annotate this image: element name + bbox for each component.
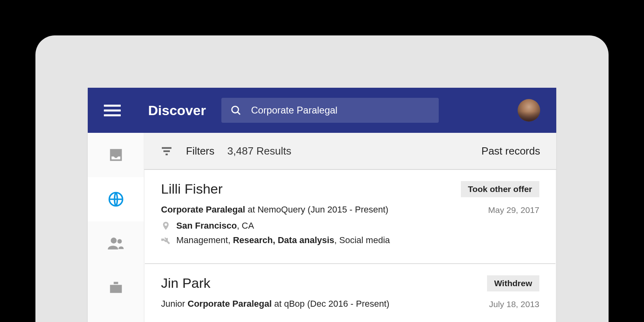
results-count: 3,487 Results [227,145,291,157]
svg-rect-5 [162,147,171,149]
status-badge: Took other offer [461,181,539,197]
filter-bar: Filters 3,487 Results Past records [144,133,556,170]
result-location: San Francisco, CA [161,221,539,231]
svg-rect-7 [165,154,167,155]
search-input[interactable] [251,105,430,116]
past-records-link[interactable]: Past records [481,145,540,157]
filters-button[interactable]: Filters [186,145,215,157]
sidebar [88,133,144,322]
svg-point-4 [117,239,122,244]
hamburger-menu-icon[interactable] [104,102,121,119]
main: Filters 3,487 Results Past records Lilli… [144,133,556,322]
result-date: July 18, 2013 [489,299,539,309]
avatar[interactable] [518,99,540,122]
sidebar-item-discover[interactable] [88,177,144,221]
status-badge: Withdrew [487,275,539,291]
page-title: Discover [148,103,206,118]
result-skills: Management, Research, Data analysis, Soc… [161,235,539,246]
search-icon [230,105,242,116]
result-card[interactable]: Lilli Fisher Took other offer Corporate … [145,170,555,264]
device-frame: Discover [35,35,609,322]
search-box[interactable] [221,98,439,123]
result-name: Lilli Fisher [161,181,223,197]
result-position: Corporate Paralegal at NemoQuery (Jun 20… [161,204,539,215]
filter-icon[interactable] [160,144,173,157]
svg-line-1 [237,112,240,115]
header: Discover [88,88,556,133]
screen: Discover [88,88,556,322]
result-name: Jin Park [161,275,211,291]
result-card[interactable]: Jin Park Withdrew Junior Corporate Paral… [145,264,555,322]
svg-point-0 [232,106,238,113]
svg-point-3 [111,237,117,244]
sidebar-item-people[interactable] [88,221,144,266]
content: Filters 3,487 Results Past records Lilli… [88,133,556,322]
sidebar-item-inbox[interactable] [88,133,144,177]
result-position: Junior Corporate Paralegal at qBop (Dec … [161,299,539,309]
sidebar-item-briefcase[interactable] [88,266,144,310]
results-list: Lilli Fisher Took other offer Corporate … [144,170,556,322]
result-date: May 29, 2017 [488,205,539,215]
svg-rect-6 [163,151,170,152]
